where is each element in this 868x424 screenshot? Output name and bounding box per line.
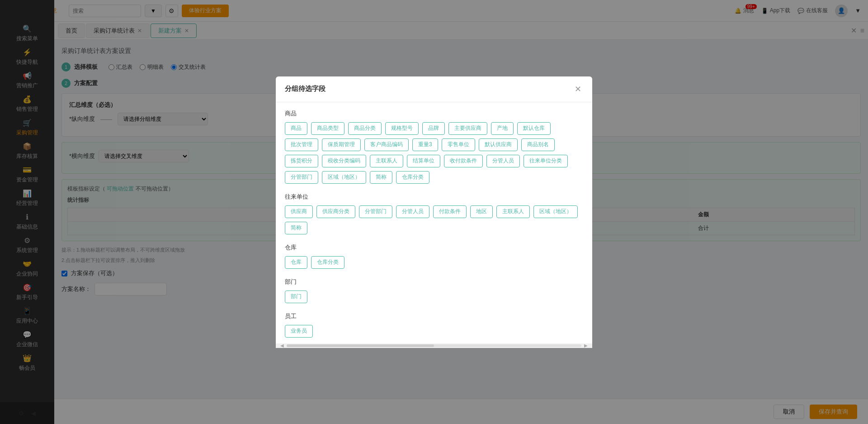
field-tag-warehouse-cat[interactable]: 仓库分类: [396, 171, 429, 184]
field-section-warehouse-title: 仓库: [285, 243, 583, 252]
hscroll-thumb[interactable]: [287, 344, 434, 347]
field-tag-supplier-cat[interactable]: 供应商分类: [316, 205, 355, 218]
modal: 分组待选字段 ✕ 商品 商品 商品类型 商品分类 规格型号 品牌 主要供应商 产…: [276, 76, 592, 348]
field-tag-dept2[interactable]: 分管部门: [359, 205, 392, 218]
field-section-counterpart: 往来单位 供应商 供应商分类 分管部门 分管人员 付款条件 地区 主联系人 区域…: [285, 193, 583, 234]
field-tag-region[interactable]: 区域（地区）: [322, 171, 366, 184]
field-section-department: 部门 部门: [285, 278, 583, 303]
field-tag-weight[interactable]: 重量3: [412, 138, 438, 151]
modal-overlay: 分组待选字段 ✕ 商品 商品 商品类型 商品分类 规格型号 品牌 主要供应商 产…: [0, 0, 868, 424]
field-tag-dept[interactable]: 分管部门: [285, 171, 318, 184]
field-tags-counterpart: 供应商 供应商分类 分管部门 分管人员 付款条件 地区 主联系人 区域（地区） …: [285, 205, 583, 234]
field-tag-default-warehouse[interactable]: 默认仓库: [517, 122, 551, 135]
field-tag-settlement-unit[interactable]: 结算单位: [407, 155, 440, 167]
modal-body: 商品 商品 商品类型 商品分类 规格型号 品牌 主要供应商 产地 默认仓库 批次…: [276, 102, 592, 343]
field-tag-origin[interactable]: 产地: [491, 122, 514, 135]
field-tag-alias[interactable]: 商品别名: [521, 138, 555, 151]
field-tag-short-name2[interactable]: 简称: [285, 222, 307, 234]
field-section-product-title: 商品: [285, 110, 583, 118]
field-tag-salesperson[interactable]: 业务员: [285, 325, 313, 338]
field-tag-brand[interactable]: 品牌: [422, 122, 445, 135]
field-tag-main-supplier[interactable]: 主要供应商: [448, 122, 487, 135]
modal-title: 分组待选字段: [285, 85, 326, 93]
field-tag-default-supplier[interactable]: 默认供应商: [479, 138, 518, 151]
field-tag-warehouse-category[interactable]: 仓库分类: [311, 256, 344, 269]
field-tag-department[interactable]: 部门: [285, 291, 307, 303]
field-section-employee-title: 员工: [285, 312, 583, 320]
modal-hscrollbar[interactable]: ◀ ▶: [276, 343, 592, 348]
field-tag-product-category[interactable]: 商品分类: [348, 122, 382, 135]
field-tag-product[interactable]: 商品: [285, 122, 307, 135]
field-tag-warehouse[interactable]: 仓库: [285, 256, 307, 269]
field-tag-supervisor[interactable]: 分管人员: [486, 155, 520, 167]
field-tag-region2[interactable]: 区域（地区）: [533, 205, 578, 218]
hscroll-track: [287, 344, 581, 347]
field-tags-warehouse: 仓库 仓库分类: [285, 256, 583, 269]
field-section-product: 商品 商品 商品类型 商品分类 规格型号 品牌 主要供应商 产地 默认仓库 批次…: [285, 110, 583, 184]
field-section-counterpart-title: 往来单位: [285, 193, 583, 201]
hscroll-right[interactable]: ▶: [581, 343, 590, 348]
field-tag-tax-code[interactable]: 税收分类编码: [322, 155, 366, 167]
field-tag-customer-code[interactable]: 客户商品编码: [364, 138, 409, 151]
field-tag-short-name[interactable]: 简称: [370, 171, 392, 184]
field-tag-payment-terms2[interactable]: 付款条件: [433, 205, 467, 218]
field-tag-retail-unit[interactable]: 零售单位: [442, 138, 475, 151]
field-tag-pick-score[interactable]: 拣货积分: [285, 155, 318, 167]
field-tag-spec[interactable]: 规格型号: [385, 122, 419, 135]
field-tag-area[interactable]: 地区: [470, 205, 493, 218]
field-section-department-title: 部门: [285, 278, 583, 286]
field-tags-department: 部门: [285, 291, 583, 303]
field-tag-product-type[interactable]: 商品类型: [311, 122, 344, 135]
field-section-employee: 员工 业务员: [285, 312, 583, 338]
field-tag-main-contact[interactable]: 主联系人: [370, 155, 403, 167]
field-tag-supplier[interactable]: 供应商: [285, 205, 313, 218]
field-tag-payment-terms[interactable]: 收付款条件: [444, 155, 483, 167]
field-tag-supervisor2[interactable]: 分管人员: [396, 205, 429, 218]
field-tag-main-contact2[interactable]: 主联系人: [496, 205, 530, 218]
modal-close-btn[interactable]: ✕: [572, 84, 583, 95]
hscroll-left[interactable]: ◀: [278, 343, 287, 348]
field-tag-expiry[interactable]: 保质期管理: [322, 138, 361, 151]
field-tags-product: 商品 商品类型 商品分类 规格型号 品牌 主要供应商 产地 默认仓库 批次管理 …: [285, 122, 583, 184]
modal-header: 分组待选字段 ✕: [276, 76, 592, 102]
field-tags-employee: 业务员: [285, 325, 583, 338]
field-section-warehouse: 仓库 仓库 仓库分类: [285, 243, 583, 269]
field-tag-counterpart-category[interactable]: 往来单位分类: [524, 155, 568, 167]
field-tag-batch[interactable]: 批次管理: [285, 138, 318, 151]
